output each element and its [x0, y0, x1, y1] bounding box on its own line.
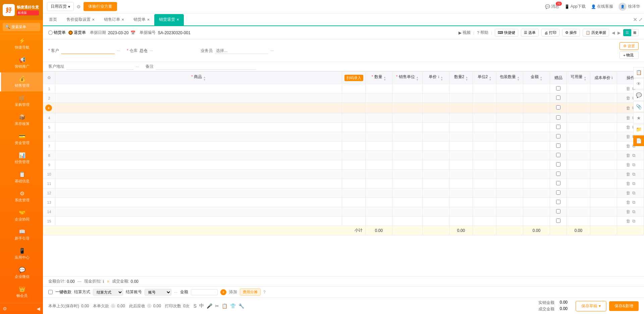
delete-row-icon[interactable]: 🗑 [626, 106, 630, 111]
cell-gift[interactable] [550, 170, 567, 179]
cell-pkg[interactable] [496, 207, 523, 216]
cell-unit[interactable] [392, 179, 423, 188]
online-service-btn[interactable]: 👤 在线客服 [591, 4, 613, 9]
toolbar-icon-5[interactable]: 📋 [222, 303, 227, 309]
delete-row-icon[interactable]: 🗑 [626, 218, 630, 224]
help-btn[interactable]: ? 帮助 [477, 30, 488, 36]
address-input[interactable] [66, 63, 133, 70]
cell-unit2[interactable] [473, 179, 496, 188]
sidebar-item-jingying[interactable]: 📊 经营管理 [0, 149, 43, 168]
sort-available-icon[interactable]: ▲▼ [584, 76, 586, 81]
cell-unit2[interactable] [473, 103, 496, 113]
cell-gift[interactable] [550, 188, 567, 198]
sort-unit-icon[interactable]: ▲▼ [416, 76, 419, 81]
cell-amount[interactable] [523, 132, 550, 141]
staff-picker-icon[interactable]: ··· [270, 48, 274, 53]
sort-qty2-icon[interactable]: ▲▼ [466, 76, 468, 81]
cell-qty2[interactable] [449, 170, 473, 179]
cell-qty2[interactable] [449, 103, 473, 113]
copy-row-icon[interactable]: ⧉ [632, 200, 635, 205]
delete-row-icon[interactable]: 🗑 [626, 209, 630, 214]
delete-row-icon[interactable]: 🗑 [626, 190, 630, 195]
sidebar-item-weixin[interactable]: 💬 企业微信 [0, 263, 43, 282]
cell-pkg[interactable] [496, 160, 523, 170]
settings-side-btn[interactable]: ⚙ 设置 [620, 42, 639, 50]
logistics-side-btn[interactable]: + 物流 [620, 51, 639, 59]
customer-input[interactable] [61, 48, 115, 54]
cell-qty[interactable] [366, 188, 392, 198]
cell-pkg[interactable] [496, 151, 523, 160]
cell-unit[interactable] [392, 132, 423, 141]
sort-price-icon[interactable]: ▲▼ [440, 76, 443, 81]
sidebar-item-qiye[interactable]: 🤝 企业协同 [0, 206, 43, 225]
cell-qty[interactable] [366, 151, 392, 160]
shortcut-btn[interactable]: ⌨ 快捷键 [495, 29, 518, 37]
cell-goods[interactable] [55, 103, 342, 113]
cell-amount[interactable] [523, 103, 550, 113]
cell-unit2[interactable] [473, 151, 496, 160]
cell-pkg[interactable] [496, 198, 523, 207]
rp-btn-6[interactable]: 📁 [633, 124, 644, 135]
radio-return[interactable]: 退货单 [68, 30, 86, 36]
cell-qty2[interactable] [449, 141, 473, 151]
cost-tip-icon[interactable]: ℹ [611, 76, 613, 80]
cell-qty2[interactable] [449, 123, 473, 132]
gift-checkbox[interactable] [556, 172, 560, 176]
cell-amount[interactable] [523, 179, 550, 188]
price-tip-icon[interactable]: ℹ [438, 75, 439, 79]
toolbar-icon-6[interactable]: 👕 [230, 303, 236, 309]
sidebar-item-xiaoshou[interactable]: 💰 销售管理 [0, 72, 43, 91]
delete-row-icon[interactable]: 🗑 [626, 162, 630, 167]
message-btn[interactable]: 💬 消息 70 [545, 4, 559, 9]
user-menu[interactable]: 👤 徐泽华 [619, 3, 640, 11]
fee-info-icon[interactable]: ? [263, 290, 266, 295]
cell-unit2[interactable] [473, 198, 496, 207]
select-btn[interactable]: ☰ 选单 [521, 29, 539, 37]
history-btn[interactable]: 📋 历史单据 [583, 29, 609, 37]
sidebar-item-kuaijie[interactable]: ⚡ 快捷导航 [0, 34, 43, 53]
cell-amount[interactable] [523, 113, 550, 123]
radio-sales[interactable]: 销货单 [48, 30, 66, 36]
rp-btn-7[interactable]: 📄 [633, 135, 644, 146]
cell-unit[interactable] [392, 84, 423, 93]
cell-qty[interactable] [366, 170, 392, 179]
cell-unit[interactable] [392, 93, 423, 103]
account-no-select[interactable]: 账号 [145, 289, 171, 296]
cell-unit[interactable] [392, 123, 423, 132]
sidebar-item-jichu[interactable]: 📋 基础信息 [0, 168, 43, 187]
cell-gift[interactable] [550, 160, 567, 170]
sidebar-settings-button[interactable]: ⚙ [3, 306, 7, 311]
account-picker-icon[interactable]: ··· [174, 290, 177, 295]
gift-checkbox[interactable] [556, 153, 560, 157]
cell-amount[interactable] [523, 151, 550, 160]
cell-qty[interactable] [366, 141, 392, 151]
save-new-btn[interactable]: 保存&新增 [609, 301, 639, 311]
payment-amount-input[interactable] [191, 289, 218, 295]
cell-unit[interactable] [392, 188, 423, 198]
cell-unit[interactable] [392, 170, 423, 179]
rp-btn-1[interactable]: 📋 [633, 67, 644, 78]
radio-sales-input[interactable] [48, 30, 53, 35]
cell-gift[interactable] [550, 93, 567, 103]
cell-unit[interactable] [392, 103, 423, 113]
cell-pkg[interactable] [496, 188, 523, 198]
cell-price[interactable] [423, 93, 449, 103]
cell-amount[interactable] [523, 141, 550, 151]
cell-pkg[interactable] [496, 179, 523, 188]
gift-checkbox[interactable] [556, 134, 560, 138]
delete-row-icon[interactable]: 🗑 [626, 200, 630, 205]
gift-checkbox[interactable] [556, 200, 560, 204]
close-tab-icon[interactable]: ✕ [633, 16, 637, 23]
cell-gift[interactable] [550, 123, 567, 132]
cell-amount[interactable] [523, 216, 550, 226]
cell-unit2[interactable] [473, 141, 496, 151]
delete-row-icon[interactable]: 🗑 [626, 134, 630, 139]
tab-close-sales-order[interactable]: ✕ [121, 18, 124, 21]
add-payment-btn[interactable]: + [220, 289, 226, 295]
cell-unit[interactable] [392, 198, 423, 207]
copy-row-icon[interactable]: ⧉ [632, 162, 635, 168]
cell-qty[interactable] [366, 179, 392, 188]
app-download-btn[interactable]: 📱 App下载 [565, 4, 586, 9]
view-grid-btn[interactable]: ⊞ [631, 29, 639, 36]
cell-price[interactable] [423, 141, 449, 151]
